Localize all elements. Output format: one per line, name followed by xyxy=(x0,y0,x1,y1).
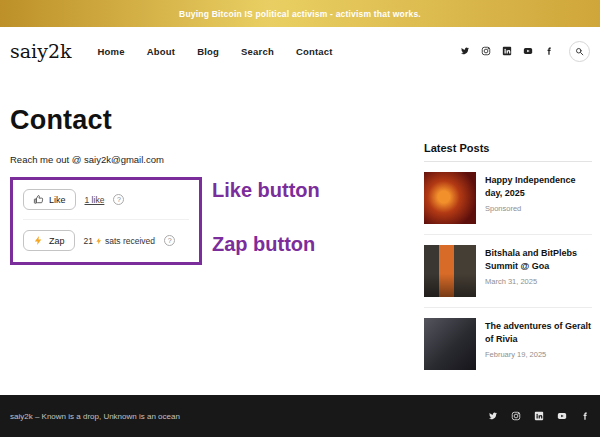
twitter-icon xyxy=(488,411,498,421)
twitter-link[interactable] xyxy=(460,46,470,56)
like-row: Like 1 like ? xyxy=(23,189,189,210)
zap-stats: 21 sats received xyxy=(84,236,156,246)
linkedin-link[interactable] xyxy=(502,46,512,56)
nav-item-search[interactable]: Search xyxy=(241,46,274,57)
lightning-bolt-icon xyxy=(33,235,44,246)
search-icon xyxy=(575,47,584,56)
zap-button-label: Zap xyxy=(49,236,65,246)
like-count-link[interactable]: 1 like xyxy=(85,195,105,205)
zap-help-icon[interactable]: ? xyxy=(164,235,175,246)
latest-posts-sidebar: Latest Posts Happy Independence day, 202… xyxy=(424,142,592,380)
linkedin-icon xyxy=(502,46,512,56)
like-help-icon[interactable]: ? xyxy=(113,194,124,205)
site-footer: saiy2k – Known is a drop, Unknown is an … xyxy=(0,395,600,437)
post-meta: Sponsored xyxy=(485,204,592,213)
facebook-link[interactable] xyxy=(580,411,590,421)
nav-item-about[interactable]: About xyxy=(147,46,175,57)
site-logo[interactable]: saiy2k xyxy=(10,40,72,62)
list-item: Bitshala and BitPlebs Summit @ Goa March… xyxy=(424,235,592,308)
annotation-highlight-box: Like 1 like ? Zap 21 sats received ? xyxy=(10,177,202,265)
zap-button[interactable]: Zap xyxy=(23,230,75,251)
linkedin-icon xyxy=(534,411,544,421)
list-item: The adventures of Geralt of Rivia Februa… xyxy=(424,308,592,380)
instagram-link[interactable] xyxy=(511,411,521,421)
facebook-link[interactable] xyxy=(544,46,554,56)
nav-item-blog[interactable]: Blog xyxy=(197,46,219,57)
post-text: Happy Independence day, 2025 Sponsored xyxy=(485,172,592,224)
footer-tagline: saiy2k – Known is a drop, Unknown is an … xyxy=(10,412,180,421)
instagram-icon xyxy=(481,46,491,56)
zap-count: 21 xyxy=(84,236,93,246)
zap-suffix: sats received xyxy=(105,236,155,246)
search-button[interactable] xyxy=(569,41,590,62)
post-text: Bitshala and BitPlebs Summit @ Goa March… xyxy=(485,245,592,297)
facebook-icon xyxy=(580,411,590,421)
zap-row: Zap 21 sats received ? xyxy=(23,219,189,251)
post-title-link[interactable]: Happy Independence day, 2025 xyxy=(485,174,592,199)
site-header: saiy2k Home About Blog Search Contact xyxy=(0,27,600,75)
sats-bolt-icon xyxy=(95,237,103,245)
promo-banner-text: Buying Bitcoin IS political activism - a… xyxy=(179,9,421,19)
like-button[interactable]: Like xyxy=(23,189,76,210)
post-meta: March 31, 2025 xyxy=(485,277,592,286)
post-text: The adventures of Geralt of Rivia Februa… xyxy=(485,318,592,370)
header-social-bar xyxy=(460,41,590,62)
main-nav: Home About Blog Search Contact xyxy=(98,46,333,57)
youtube-icon xyxy=(557,411,567,421)
youtube-icon xyxy=(523,46,533,56)
like-button-label: Like xyxy=(49,195,66,205)
linkedin-link[interactable] xyxy=(534,411,544,421)
zap-button-annotation: Zap button xyxy=(212,233,315,256)
page-title: Contact xyxy=(10,105,590,136)
post-thumbnail[interactable] xyxy=(424,172,476,224)
post-meta: February 19, 2025 xyxy=(485,350,592,359)
thumbs-up-icon xyxy=(33,194,44,205)
post-thumbnail[interactable] xyxy=(424,318,476,370)
twitter-link[interactable] xyxy=(488,411,498,421)
instagram-link[interactable] xyxy=(481,46,491,56)
facebook-icon xyxy=(544,46,554,56)
youtube-link[interactable] xyxy=(523,46,533,56)
instagram-icon xyxy=(511,411,521,421)
post-title-link[interactable]: Bitshala and BitPlebs Summit @ Goa xyxy=(485,247,592,272)
post-thumbnail[interactable] xyxy=(424,245,476,297)
footer-social-bar xyxy=(488,411,590,421)
like-button-annotation: Like button xyxy=(212,179,320,202)
post-title-link[interactable]: The adventures of Geralt of Rivia xyxy=(485,320,592,345)
nav-item-contact[interactable]: Contact xyxy=(296,46,333,57)
twitter-icon xyxy=(460,46,470,56)
sidebar-title: Latest Posts xyxy=(424,142,592,162)
nav-item-home[interactable]: Home xyxy=(98,46,125,57)
promo-banner: Buying Bitcoin IS political activism - a… xyxy=(0,0,600,27)
list-item: Happy Independence day, 2025 Sponsored xyxy=(424,162,592,235)
youtube-link[interactable] xyxy=(557,411,567,421)
